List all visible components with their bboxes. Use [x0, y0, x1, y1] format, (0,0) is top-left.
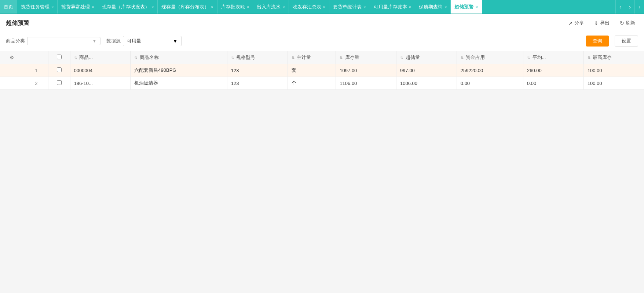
- sort-icon-product-code: ⇅: [74, 56, 77, 60]
- nav-tab-abnormal-label: 拣货异常处理: [61, 4, 90, 10]
- refresh-button[interactable]: ↻ 刷新: [617, 18, 638, 28]
- nav-tab-stock-dist-close[interactable]: ×: [211, 5, 213, 9]
- share-icon: ➚: [568, 20, 573, 26]
- th-avg-label: 平均...: [533, 55, 546, 60]
- th-unit-label: 主计量: [297, 55, 311, 60]
- sort-icon-max-stock: ⇅: [588, 56, 590, 60]
- nav-tab-overstock-label: 超储预警: [454, 4, 473, 10]
- nav-tab-batch[interactable]: 库存批次账 ×: [217, 0, 253, 14]
- nav-tab-abnormal[interactable]: 拣货异常处理 ×: [58, 0, 98, 14]
- row-overstock-0: 997.00: [396, 64, 457, 77]
- export-icon: ⇓: [594, 20, 599, 26]
- sort-icon-product-name: ⇅: [134, 56, 137, 60]
- row-num-0: 1: [24, 64, 48, 77]
- nav-tab-stock-status-label: 现存量（库存状况表）: [102, 4, 150, 10]
- th-stock-label: 库存量: [345, 55, 359, 60]
- nav-tab-abnormal-close[interactable]: ×: [92, 5, 94, 9]
- nav-tab-available-close[interactable]: ×: [409, 5, 411, 9]
- th-avg[interactable]: ⇅ 平均...: [523, 51, 583, 64]
- category-select[interactable]: ▼: [27, 37, 100, 45]
- export-button[interactable]: ⇓ 导出: [591, 18, 612, 28]
- th-checkbox: [48, 51, 70, 64]
- row-avg-0: 260.00: [523, 64, 583, 77]
- table-body: 1 0000004 六配套新昌490BPG 123 套 1097.00 997.…: [0, 64, 644, 90]
- table-header-row: ⚙ ⇅ 商品... ⇅ 商品名称 ⇅: [0, 51, 644, 64]
- nav-tab-collect-close[interactable]: ×: [323, 5, 325, 9]
- nav-arrow-right[interactable]: ›: [625, 0, 634, 14]
- category-chevron-icon: ▼: [92, 39, 96, 43]
- datasource-select-text: 可用量: [127, 38, 173, 44]
- datasource-filter-item: 数据源 可用量 ▼: [106, 36, 182, 46]
- settings-button[interactable]: 设置: [615, 36, 638, 47]
- sort-icon-stock: ⇅: [340, 56, 343, 60]
- nav-tab-collect[interactable]: 收发存汇总表 ×: [289, 0, 329, 14]
- row-checkbox-1[interactable]: [48, 77, 70, 90]
- sort-icon-avg: ⇅: [527, 56, 530, 60]
- nav-tab-overstock[interactable]: 超储预警 ×: [451, 0, 482, 14]
- th-product-code-label: 商品...: [79, 55, 93, 60]
- nav-tab-order-stat[interactable]: 要货单统计表 ×: [329, 0, 370, 14]
- select-all-checkbox[interactable]: [57, 55, 62, 59]
- nav-tab-batch-label: 库存批次账: [221, 4, 245, 10]
- nav-tab-expiry-close[interactable]: ×: [444, 5, 447, 9]
- nav-tab-home[interactable]: 首页: [0, 0, 17, 14]
- nav-tab-inout-close[interactable]: ×: [282, 5, 285, 9]
- th-capital[interactable]: ⇅ 资金占用: [457, 51, 523, 64]
- settings-gear-icon[interactable]: ⚙: [10, 55, 14, 60]
- refresh-label: 刷新: [626, 20, 635, 26]
- th-product-code[interactable]: ⇅ 商品...: [70, 51, 131, 64]
- nav-tab-stock-status[interactable]: 现存量（库存状况表） ×: [98, 0, 158, 14]
- nav-arrow-more[interactable]: ›: [634, 0, 644, 14]
- nav-tab-task-close[interactable]: ×: [51, 5, 54, 9]
- row-spec-0: 123: [227, 64, 288, 77]
- sort-icon-unit: ⇅: [292, 56, 294, 60]
- nav-tab-available-label: 可用量库存账本: [374, 4, 407, 10]
- export-label: 导出: [600, 20, 610, 26]
- row-avg-1: 0.00: [523, 77, 583, 90]
- th-unit[interactable]: ⇅ 主计量: [288, 51, 336, 64]
- share-label: 分享: [574, 20, 584, 26]
- nav-tab-stock-dist[interactable]: 现存量（库存分布表） ×: [158, 0, 217, 14]
- nav-tab-order-stat-close[interactable]: ×: [363, 5, 366, 9]
- row-checkbox-0[interactable]: [48, 64, 70, 77]
- th-product-name-label: 商品名称: [140, 55, 159, 60]
- refresh-icon: ↻: [620, 20, 624, 26]
- row-max-stock-0: 100.00: [583, 64, 644, 77]
- nav-arrow-left[interactable]: ‹: [615, 0, 625, 14]
- table-row: 1 0000004 六配套新昌490BPG 123 套 1097.00 997.…: [0, 64, 644, 77]
- th-overstock-label: 超储量: [406, 55, 420, 60]
- header-actions: ➚ 分享 ⇓ 导出 ↻ 刷新: [566, 18, 638, 28]
- nav-tab-batch-close[interactable]: ×: [247, 5, 249, 9]
- row-spec-1: 123: [227, 77, 288, 90]
- th-max-stock[interactable]: ⇅ 最高库存: [583, 51, 644, 64]
- th-stock[interactable]: ⇅ 库存量: [336, 51, 396, 64]
- th-overstock[interactable]: ⇅ 超储量: [396, 51, 457, 64]
- page-title: 超储预警: [6, 19, 29, 27]
- table-container: ⚙ ⇅ 商品... ⇅ 商品名称 ⇅: [0, 51, 644, 90]
- nav-tab-available[interactable]: 可用量库存账本 ×: [370, 0, 415, 14]
- nav-tab-inout[interactable]: 出入库流水 ×: [253, 0, 289, 14]
- page-header: 超储预警 ➚ 分享 ⇓ 导出 ↻ 刷新: [0, 14, 644, 31]
- datasource-filter-label: 数据源: [106, 38, 121, 44]
- th-spec[interactable]: ⇅ 规格型号: [227, 51, 288, 64]
- nav-tab-home-label: 首页: [4, 4, 13, 10]
- nav-tab-expiry[interactable]: 保质期查询 ×: [415, 0, 451, 14]
- datasource-select[interactable]: 可用量 ▼: [123, 36, 182, 46]
- category-filter-label: 商品分类: [6, 38, 25, 44]
- th-spec-label: 规格型号: [236, 55, 255, 60]
- category-filter-item: 商品分类 ▼: [6, 37, 100, 45]
- nav-tab-overstock-close[interactable]: ×: [475, 5, 477, 9]
- row-product-name-1: 机油滤清器: [131, 77, 227, 90]
- row-unit-1: 个: [288, 77, 336, 90]
- row-settings-0: [0, 64, 24, 77]
- datasource-chevron-icon: ▼: [173, 38, 178, 44]
- th-settings: ⚙: [0, 51, 24, 64]
- nav-tab-task[interactable]: 拣货任务管理 ×: [17, 0, 58, 14]
- query-button[interactable]: 查询: [586, 36, 609, 47]
- nav-tab-stock-status-close[interactable]: ×: [151, 5, 154, 9]
- th-product-name[interactable]: ⇅ 商品名称: [131, 51, 227, 64]
- data-table: ⚙ ⇅ 商品... ⇅ 商品名称 ⇅: [0, 51, 644, 90]
- row-stock-1: 1106.00: [336, 77, 396, 90]
- share-button[interactable]: ➚ 分享: [566, 18, 587, 28]
- table-row: 2 186-10... 机油滤清器 123 个 1106.00 1006.00 …: [0, 77, 644, 90]
